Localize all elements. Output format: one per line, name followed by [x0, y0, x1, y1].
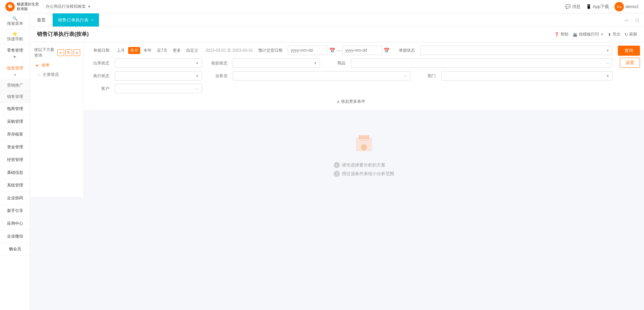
- tab-home[interactable]: 首页: [30, 13, 53, 27]
- print-button[interactable]: 🖨️ 按模板打印 ▼: [573, 32, 604, 37]
- plan-item-by-order[interactable]: ● 按单: [30, 60, 84, 70]
- sidebar-item-member[interactable]: 畅会员: [0, 243, 30, 256]
- sidebar-retail-label: 零售管理: [7, 48, 23, 53]
- sidebar-wholesale-label: 批发管理: [7, 65, 23, 71]
- sidebar-retail-arrow: ▶: [14, 55, 16, 58]
- expected-delivery-start[interactable]: [288, 46, 328, 55]
- sidebar-search-label: 搜索菜单: [7, 21, 23, 26]
- tab-minimize-button[interactable]: ─: [623, 16, 631, 24]
- tip-text-2: 用过滤条件来缩小分析范围: [342, 171, 394, 177]
- collapse-bar[interactable]: ∧ 收起更多条件: [89, 97, 612, 106]
- customer-dots[interactable]: ···: [195, 86, 199, 91]
- tab-active-reports[interactable]: 销售订单执行表 ×: [53, 13, 99, 27]
- date-btn-this-month[interactable]: 本月: [128, 47, 140, 54]
- right-content: 单据日期 上月 本月 本年 近7天 更多 自定义: [84, 42, 644, 197]
- tab-home-label: 首页: [37, 17, 46, 23]
- tab-close-button[interactable]: ×: [91, 18, 94, 22]
- help-button[interactable]: ❓ 帮助: [554, 32, 569, 37]
- query-button[interactable]: 查询: [618, 46, 640, 56]
- expected-delivery-label: 预计交货日期: [258, 48, 282, 53]
- sidebar-item-enterprise[interactable]: 企业协同: [0, 192, 30, 205]
- logo-text: 畅捷通好生意 标准版: [17, 2, 39, 11]
- filter-wrapper: 单据日期 上月 本月 本年 近7天 更多 自定义: [84, 42, 644, 110]
- collapse-panel-button[interactable]: «: [73, 49, 80, 56]
- message-label: 消息: [572, 4, 581, 10]
- sidebar-item-purchase[interactable]: 采购管理: [0, 115, 30, 128]
- product-input-wrapper[interactable]: ···: [351, 58, 612, 68]
- department-select[interactable]: ▼: [441, 71, 612, 81]
- sidebar-item-ecommerce[interactable]: 电商管理: [0, 103, 30, 115]
- sidebar-quick-label: 快捷导航: [7, 37, 23, 41]
- sidebar-wholesale-arrow: ▲: [13, 72, 17, 76]
- collapse-icon: ∧: [337, 99, 340, 104]
- logo-abbr: 畅: [8, 4, 12, 9]
- date-btn-more[interactable]: 更多: [171, 47, 183, 54]
- export-label: 导出: [612, 32, 621, 37]
- edit-plan-button[interactable]: ✎: [65, 49, 72, 56]
- expected-delivery-end[interactable]: [342, 46, 382, 55]
- app-download-button[interactable]: 📱 App下载: [586, 4, 609, 10]
- empty-tip-2: 2 用过滤条件来缩小分析范围: [334, 171, 394, 177]
- user-profile[interactable]: Ea demo2: [614, 2, 639, 11]
- shipment-status-select[interactable]: ▼: [115, 58, 202, 68]
- app-download-label: App下载: [593, 4, 609, 10]
- plan-sub-icon: ○: [38, 72, 41, 77]
- customer-input-wrapper[interactable]: ···: [115, 84, 202, 93]
- department-select-wrapper: ▼: [441, 71, 612, 81]
- calendar-start-icon[interactable]: 📅: [329, 48, 335, 53]
- sidebar-item-inventory[interactable]: 库存核算: [0, 128, 30, 141]
- sidebar-item-system[interactable]: 系统管理: [0, 179, 30, 192]
- header-left: 畅 畅捷通好生意 标准版 办公用品行业模拟账套 ▼: [5, 2, 91, 11]
- sidebar-quick-nav[interactable]: ⭐ 快捷导航: [0, 30, 30, 44]
- product-dots[interactable]: ···: [605, 60, 609, 66]
- date-btn-last-month[interactable]: 上月: [115, 47, 127, 54]
- sidebar-item-wechat[interactable]: 企业微信: [0, 230, 30, 243]
- page-content: 销售订单执行表(按单) ❓ 帮助 🖨️ 按模板打印 ▼ ⬇ 导出: [30, 27, 644, 310]
- sidebar-basic-info-label: 基础信息: [7, 170, 23, 175]
- sidebar-item-appcenter[interactable]: 应用中心: [0, 217, 30, 230]
- sidebar-item-operations[interactable]: 经营管理: [0, 154, 30, 166]
- print-icon: 🖨️: [573, 32, 578, 37]
- tab-bar-right: ─ □: [620, 16, 644, 24]
- page-header: 销售订单执行表(按单) ❓ 帮助 🖨️ 按模板打印 ▼ ⬇ 导出: [30, 27, 644, 42]
- export-button[interactable]: ⬇ 导出: [608, 32, 621, 37]
- sidebar-search[interactable]: 🔍 搜索菜单: [0, 13, 30, 30]
- date-btn-custom[interactable]: 自定义: [184, 47, 200, 54]
- message-button[interactable]: 💬 消息: [565, 4, 581, 10]
- header-right: 💬 消息 📱 App下载 Ea demo2: [565, 2, 639, 11]
- refresh-label: 刷新: [629, 32, 637, 37]
- tab-bar: 首页 销售订单执行表 × ─ □: [30, 13, 644, 27]
- salesperson-input-wrapper[interactable]: ···: [233, 71, 410, 81]
- date-btn-last-7days[interactable]: 近7天: [155, 47, 169, 54]
- content-area: 首页 销售订单执行表 × ─ □ 销售订单执行表(按单) ❓ 帮助: [30, 13, 644, 310]
- status-select[interactable]: ▼: [420, 46, 612, 55]
- breadcrumb-dropdown-icon[interactable]: ▼: [87, 4, 91, 9]
- salesperson-label: 业务员: [207, 73, 227, 79]
- tab-maximize-button[interactable]: □: [633, 16, 641, 24]
- refresh-button[interactable]: ↻ 刷新: [625, 32, 637, 37]
- calendar-end-icon[interactable]: 📅: [384, 48, 389, 53]
- sidebar-sub-sales-label: 销售管理: [7, 94, 23, 99]
- sidebar: 🔍 搜索菜单 ⭐ 快捷导航 零售管理 ▶ 批发管理 ▲ 营销推广 销售管理 电商…: [0, 13, 30, 310]
- date-btn-this-year[interactable]: 本年: [142, 47, 154, 54]
- salesperson-dots[interactable]: ···: [403, 73, 407, 79]
- print-dropdown-icon[interactable]: ▼: [600, 33, 604, 36]
- sidebar-sub-sales[interactable]: 销售管理: [0, 91, 30, 103]
- sidebar-sub-marketing[interactable]: 营销推广: [0, 80, 30, 91]
- execution-status-select[interactable]: ▼: [115, 71, 202, 81]
- shipment-chevron: ▼: [196, 61, 199, 65]
- settings-button[interactable]: 设置: [620, 58, 640, 68]
- sidebar-item-basic-info[interactable]: 基础信息: [0, 166, 30, 179]
- sidebar-item-finance[interactable]: 资金管理: [0, 141, 30, 154]
- status-label: 单据状态: [395, 48, 415, 53]
- sidebar-item-wholesale[interactable]: 批发管理 ▲: [0, 62, 30, 80]
- date-buttons-group: 上月 本月 本年 近7天 更多 自定义: [115, 47, 200, 54]
- collection-status-select[interactable]: ▼: [233, 58, 320, 68]
- sidebar-item-newbie[interactable]: 新手引导: [0, 205, 30, 217]
- filter-row-date: 单据日期 上月 本月 本年 近7天 更多 自定义: [89, 46, 612, 55]
- date-range-display: 2023-03-01 至 2023-03-31: [206, 48, 253, 53]
- page-title: 销售订单执行表(按单): [37, 31, 89, 38]
- plan-subitem-arrears[interactable]: ○ 欠资情况: [30, 70, 84, 79]
- add-plan-button[interactable]: +: [57, 49, 64, 56]
- sidebar-item-retail[interactable]: 零售管理 ▶: [0, 44, 30, 62]
